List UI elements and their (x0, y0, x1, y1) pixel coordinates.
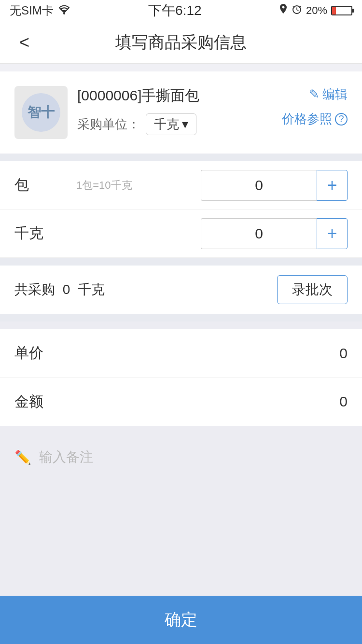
unit-price-row: 单价 0 (0, 329, 362, 378)
edit-button[interactable]: ✎ 编辑 (309, 86, 348, 103)
edit-label: 编辑 (322, 86, 348, 103)
nav-bar: < 填写商品采购信息 (0, 21, 362, 64)
bag-plus-button[interactable]: + (317, 170, 348, 201)
bag-sublabel: 1包=10千克 (76, 178, 132, 193)
kg-label: 千克 (14, 224, 72, 243)
unit-select[interactable]: 千克 ▾ (146, 113, 196, 135)
edit-icon: ✎ (309, 87, 320, 102)
total-text: 共采购 0 千克 (14, 280, 105, 299)
help-icon: ? (335, 113, 348, 126)
confirm-button[interactable]: 确定 (0, 596, 362, 644)
section-divider-1 (0, 154, 362, 161)
section-divider-3 (0, 314, 362, 322)
status-right: 20% (279, 4, 352, 17)
dropdown-arrow-icon: ▾ (182, 117, 188, 132)
amount-label: 金额 (14, 392, 43, 412)
alarm-icon (292, 4, 302, 17)
total-row: 共采购 0 千克 录批次 (0, 266, 362, 314)
status-time: 下午6:12 (148, 1, 202, 20)
battery-percentage: 20% (306, 4, 327, 17)
battery-icon (331, 6, 352, 15)
product-info: [0000006]手撕面包 采购单位： 千克 ▾ (77, 86, 272, 135)
record-batch-button[interactable]: 录批次 (277, 275, 348, 304)
total-value: 0 (63, 282, 70, 297)
product-image: 智十 (14, 86, 68, 139)
unit-label: 采购单位： (77, 116, 140, 133)
product-card: 智十 [0000006]手撕面包 采购单位： 千克 ▾ ✎ 编辑 价格参照 ? (0, 71, 362, 154)
status-left: 无SIM卡 (10, 3, 71, 18)
carrier-label: 无SIM卡 (10, 3, 54, 18)
wifi-icon (57, 4, 71, 17)
kg-plus-button[interactable]: + (317, 218, 348, 249)
input-section: 包 1包=10千克 0 + 千克 0 + (0, 161, 362, 258)
kg-input-row: 千克 0 + (0, 210, 362, 258)
remark-section[interactable]: ✏️ 输入备注 (0, 434, 362, 481)
main-content: 智十 [0000006]手撕面包 采购单位： 千克 ▾ ✎ 编辑 价格参照 ? (0, 71, 362, 644)
kg-field-wrap: 0 + (72, 218, 348, 249)
section-divider-2 (0, 258, 362, 266)
amount-row: 金额 0 (0, 378, 362, 426)
price-ref-label: 价格参照 (282, 111, 332, 127)
location-icon (279, 4, 288, 17)
total-unit: 千克 (78, 282, 105, 297)
page-title: 填写商品采购信息 (115, 31, 247, 54)
bag-input-row: 包 1包=10千克 0 + (0, 161, 362, 210)
product-unit-row: 采购单位： 千克 ▾ (77, 113, 272, 135)
product-right: ✎ 编辑 价格参照 ? (282, 86, 348, 127)
amount-value: 0 (339, 393, 348, 410)
price-amount-section: 单价 0 金额 0 (0, 329, 362, 426)
bag-label: 包 (14, 175, 72, 195)
unit-price-label: 单价 (14, 343, 43, 363)
product-name: [0000006]手撕面包 (77, 86, 272, 106)
unit-value: 千克 (154, 116, 179, 133)
svg-point-0 (63, 13, 65, 14)
remark-input[interactable]: 输入备注 (39, 448, 93, 466)
price-ref-button[interactable]: 价格参照 ? (282, 111, 348, 127)
pencil-icon: ✏️ (14, 449, 31, 465)
bag-input[interactable]: 0 (201, 170, 317, 201)
status-bar: 无SIM卡 下午6:12 20% (0, 0, 362, 21)
product-logo: 智十 (22, 93, 60, 132)
total-label: 共采购 (14, 282, 55, 297)
kg-input[interactable]: 0 (201, 218, 317, 249)
back-button[interactable]: < (14, 28, 34, 57)
bag-field-wrap: 0 + (132, 170, 348, 201)
unit-price-value: 0 (339, 345, 348, 362)
